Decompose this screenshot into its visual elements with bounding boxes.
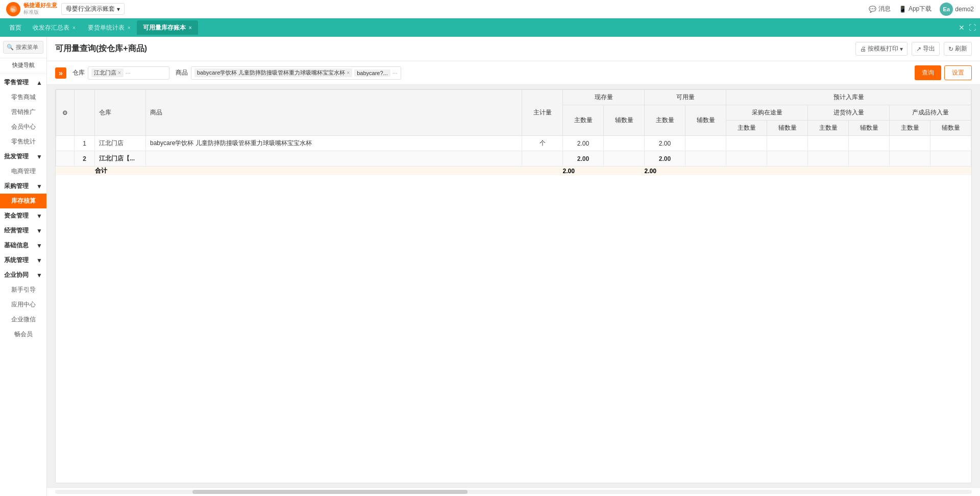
tenant-selector[interactable]: 母婴行业演示账套 ▾: [61, 3, 125, 15]
main-layout: 🔍 搜索菜单 快捷导航 零售管理 ▲ 零售商城 营销推广 会员中心 零售统计 批…: [0, 37, 980, 496]
row2-settings: [56, 151, 75, 167]
row1-settings: [56, 136, 75, 151]
logo-text: 畅捷通好生意: [23, 2, 57, 9]
tab-available-inventory[interactable]: 可用量库存账本 ×: [137, 20, 198, 35]
refresh-btn[interactable]: ↻ 刷新: [944, 42, 972, 56]
sidebar-item-marketing[interactable]: 营销推广: [0, 105, 46, 120]
filter-expand-btn[interactable]: »: [55, 67, 66, 79]
tab-available-inventory-close[interactable]: ×: [189, 25, 192, 31]
username: demo2: [955, 6, 974, 13]
table-container: ⚙ 仓库 商品 主计量 现存量 可用量 预计入库量 主数量 辅数量 主数量: [55, 89, 972, 483]
sidebar-section-enterprise[interactable]: 企业协同 ▼: [0, 268, 46, 282]
sidebar-section-basic[interactable]: 基础信息 ▼: [0, 238, 46, 253]
th-inbound-pending: 进货待入量: [808, 105, 890, 121]
warehouse-tag-1: 江北门店 ×: [91, 68, 124, 77]
sidebar-section-operations[interactable]: 经营管理 ▼: [0, 223, 46, 238]
chevron-down-icon: ▾: [117, 6, 120, 13]
row1-warehouse: 江北门店: [95, 136, 146, 151]
settings-icon[interactable]: ⚙: [62, 109, 68, 116]
message-icon: 💬: [869, 6, 876, 13]
table-row: 1 江北门店 babycare学饮杯 儿童防摔防撞吸管杯重力球吸嘴杯宝宝水杯 个…: [56, 136, 971, 151]
row1-no: 1: [75, 136, 95, 151]
sidebar-item-retail-stats[interactable]: 零售统计: [0, 134, 46, 149]
sidebar-item-inventory[interactable]: 库存核算: [0, 194, 46, 208]
logo-icon: 畅: [6, 2, 20, 16]
mobile-icon: 📱: [899, 6, 906, 13]
total-label: 合计: [95, 167, 563, 176]
query-btn[interactable]: 查询: [915, 65, 941, 80]
export-btn[interactable]: ↗ 导出: [912, 42, 940, 56]
sidebar-item-retail-mall[interactable]: 零售商城: [0, 90, 46, 105]
tab-home[interactable]: 首页: [4, 20, 27, 35]
table-footer: [47, 487, 980, 496]
total-avail-aux: [685, 167, 726, 176]
filter-dots-2[interactable]: ···: [393, 69, 398, 77]
chevron-down-icon-2: ▼: [36, 183, 42, 190]
th-available-qty: 可用量: [645, 90, 726, 105]
tab-bar-right: ✕ ⛶: [959, 23, 976, 32]
total-purchase-main: [726, 167, 767, 176]
search-icon: 🔍: [7, 44, 14, 51]
tab-order-stats[interactable]: 要货单统计表 ×: [82, 20, 137, 35]
horizontal-scrollbar-track[interactable]: [55, 490, 972, 494]
product-tag-text-1: babycare学饮杯 儿童防摔防撞吸管杯重力球吸嘴杯宝宝水杯: [197, 69, 345, 77]
sidebar-item-appstore[interactable]: 应用中心: [0, 297, 46, 312]
page-title: 可用量查询(按仓库+商品): [55, 43, 147, 54]
total-no: [75, 167, 95, 176]
product-tag-close-1[interactable]: ×: [347, 70, 350, 76]
sidebar-section-finance[interactable]: 资金管理 ▼: [0, 208, 46, 223]
sidebar-search-btn[interactable]: 🔍 搜索菜单: [3, 41, 43, 54]
chevron-down-icon-3: ▼: [36, 212, 42, 220]
row2-product-main: [890, 151, 930, 167]
app-download-action[interactable]: 📱 App下载: [899, 5, 932, 13]
row1-product: babycare学饮杯 儿童防摔防撞吸管杯重力球吸嘴杯宝宝水杯: [146, 136, 522, 151]
tab-order-stats-close[interactable]: ×: [128, 25, 131, 31]
print-template-btn[interactable]: 🖨 按模板打印 ▾: [855, 42, 908, 56]
sidebar-quick-nav[interactable]: 快捷导航: [0, 58, 46, 73]
warehouse-tag-close-1[interactable]: ×: [118, 70, 121, 76]
th-purchase-main: 主数量: [726, 121, 767, 136]
product-filter-input[interactable]: babycare学饮杯 儿童防摔防撞吸管杯重力球吸嘴杯宝宝水杯 × babyca…: [191, 66, 401, 80]
total-stock-main: 2.00: [563, 167, 604, 176]
tab-order-stats-label: 要货单统计表: [88, 23, 125, 32]
sidebar-section-system[interactable]: 系统管理 ▼: [0, 253, 46, 268]
warehouse-filter-label: 仓库: [72, 68, 85, 77]
filter-dots-1[interactable]: ···: [126, 69, 131, 77]
row2-unit: [522, 151, 563, 167]
product-tag-1: babycare学饮杯 儿童防摔防撞吸管杯重力球吸嘴杯宝宝水杯 ×: [194, 68, 352, 77]
settings-btn[interactable]: 设置: [944, 65, 972, 80]
top-bar-left: 畅 畅捷通好生意 标准版 母婴行业演示账套 ▾: [6, 2, 125, 16]
filter-actions: 查询 设置: [915, 65, 972, 80]
page-actions: 🖨 按模板打印 ▾ ↗ 导出 ↻ 刷新: [855, 42, 972, 56]
tab-close-all-btn[interactable]: ✕: [959, 23, 965, 32]
user-action[interactable]: Ea demo2: [940, 3, 974, 16]
row2-warehouse: 江北门店【...: [95, 151, 146, 167]
sidebar-item-ecommerce[interactable]: 电商管理: [0, 164, 46, 179]
tab-receive-summary[interactable]: 收发存汇总表 ×: [27, 20, 82, 35]
sidebar-item-enterprise-wechat[interactable]: 企业微信: [0, 312, 46, 327]
sidebar-section-basic-label: 基础信息: [4, 241, 29, 250]
sidebar-section-purchase[interactable]: 采购管理 ▼: [0, 179, 46, 194]
sidebar-item-members[interactable]: 会员中心: [0, 120, 46, 134]
tab-receive-summary-close[interactable]: ×: [72, 25, 76, 31]
horizontal-scrollbar-thumb[interactable]: [192, 490, 468, 494]
sidebar-item-newbie[interactable]: 新手引导: [0, 282, 46, 297]
sidebar-section-system-label: 系统管理: [4, 256, 29, 265]
sidebar-section-retail[interactable]: 零售管理 ▲: [0, 75, 46, 90]
tab-fullscreen-btn[interactable]: ⛶: [969, 23, 976, 32]
sidebar-item-member[interactable]: 畅会员: [0, 327, 46, 342]
sidebar: 🔍 搜索菜单 快捷导航 零售管理 ▲ 零售商城 营销推广 会员中心 零售统计 批…: [0, 37, 47, 496]
total-row: 合计 2.00 2.00: [56, 167, 971, 176]
warehouse-filter-input[interactable]: 江北门店 × ···: [88, 66, 169, 80]
sidebar-section-wholesale[interactable]: 批发管理 ▼: [0, 149, 46, 164]
sidebar-search-area: 🔍 搜索菜单: [0, 37, 46, 58]
chevron-down-icon-1: ▼: [36, 153, 42, 160]
sidebar-section-operations-label: 经营管理: [4, 226, 29, 235]
total-settings: [56, 167, 75, 176]
export-icon: ↗: [916, 45, 921, 53]
th-inbound-main: 主数量: [808, 121, 849, 136]
chevron-down-icon-6: ▼: [36, 257, 42, 264]
message-action[interactable]: 💬 消息: [869, 5, 891, 13]
export-label: 导出: [923, 44, 935, 53]
th-current-stock: 现存量: [563, 90, 645, 105]
